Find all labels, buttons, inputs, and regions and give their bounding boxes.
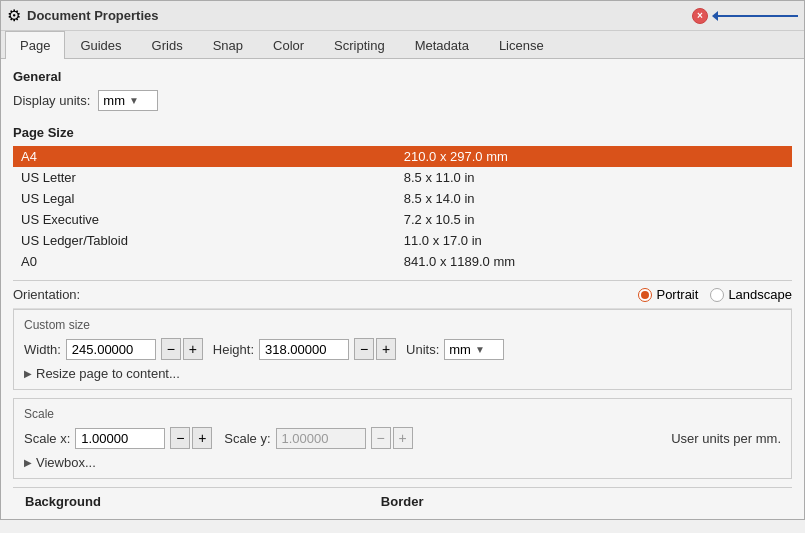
portrait-radio-dot: [641, 291, 649, 299]
scale-y-minus-button: −: [371, 427, 391, 449]
custom-size-label: Custom size: [24, 318, 781, 332]
resize-row[interactable]: ▶ Resize page to content...: [24, 366, 781, 381]
page-size-label: Page Size: [13, 125, 792, 140]
page-size-section: Page Size A4 210.0 x 297.0 mm US Letter …: [13, 125, 792, 272]
titlebar: ⚙ Document Properties ×: [1, 1, 804, 31]
display-units-value: mm: [103, 93, 125, 108]
tab-scripting[interactable]: Scripting: [319, 31, 400, 59]
landscape-radio[interactable]: [710, 288, 724, 302]
portrait-radio[interactable]: [638, 288, 652, 302]
height-stepper: − +: [354, 338, 396, 360]
units-group: Units: mm ▼: [406, 339, 504, 360]
custom-size-row: Width: − + Height: − + Units:: [24, 338, 781, 360]
orientation-label: Orientation:: [13, 287, 80, 302]
height-group: Height: − +: [213, 338, 396, 360]
page-size-row-us-executive[interactable]: US Executive 7.2 x 10.5 in: [13, 209, 792, 230]
scale-x-label: Scale x:: [24, 431, 70, 446]
viewbox-row[interactable]: ▶ Viewbox...: [24, 455, 781, 470]
bottom-row: Background Border: [13, 487, 792, 509]
page-size-row-a0[interactable]: A0 841.0 x 1189.0 mm: [13, 251, 792, 272]
page-size-name: US Executive: [13, 209, 396, 230]
width-input[interactable]: [66, 339, 156, 360]
window-title: Document Properties: [27, 8, 686, 23]
viewbox-chevron-icon: ▶: [24, 457, 32, 468]
settings-icon: ⚙: [7, 6, 21, 25]
page-size-dims: 210.0 x 297.0 mm: [396, 146, 792, 167]
general-label: General: [13, 69, 792, 84]
scale-label: Scale: [24, 407, 781, 421]
tab-snap[interactable]: Snap: [198, 31, 258, 59]
scale-row: Scale x: − + Scale y: − + User units per: [24, 427, 781, 449]
page-size-name: A0: [13, 251, 396, 272]
tab-metadata[interactable]: Metadata: [400, 31, 484, 59]
scale-y-label: Scale y:: [224, 431, 270, 446]
page-size-name: US Legal: [13, 188, 396, 209]
height-minus-button[interactable]: −: [354, 338, 374, 360]
resize-label: Resize page to content...: [36, 366, 180, 381]
tab-bar: Page Guides Grids Snap Color Scripting M…: [1, 31, 804, 59]
tab-license[interactable]: License: [484, 31, 559, 59]
landscape-label: Landscape: [728, 287, 792, 302]
page-size-name: US Letter: [13, 167, 396, 188]
page-size-name: A4: [13, 146, 396, 167]
page-size-row-us-letter[interactable]: US Letter 8.5 x 11.0 in: [13, 167, 792, 188]
scale-y-group: Scale y: − +: [224, 427, 412, 449]
document-properties-window: ⚙ Document Properties × Page Guides Grid…: [0, 0, 805, 520]
orientation-row: Orientation: Portrait Landscape: [13, 281, 792, 309]
portrait-label: Portrait: [656, 287, 698, 302]
height-label: Height:: [213, 342, 254, 357]
page-size-dims: 841.0 x 1189.0 mm: [396, 251, 792, 272]
display-units-select[interactable]: mm ▼: [98, 90, 158, 111]
scale-y-stepper: − +: [371, 427, 413, 449]
page-size-name: US Ledger/Tabloid: [13, 230, 396, 251]
page-size-row-us-legal[interactable]: US Legal 8.5 x 14.0 in: [13, 188, 792, 209]
height-input[interactable]: [259, 339, 349, 360]
page-size-dims: 7.2 x 10.5 in: [396, 209, 792, 230]
tab-guides[interactable]: Guides: [65, 31, 136, 59]
width-stepper: − +: [161, 338, 203, 360]
width-minus-button[interactable]: −: [161, 338, 181, 360]
page-size-row-us-ledger[interactable]: US Ledger/Tabloid 11.0 x 17.0 in: [13, 230, 792, 251]
custom-size-section: Custom size Width: − + Height: − +: [13, 309, 792, 390]
page-size-dims: 8.5 x 11.0 in: [396, 167, 792, 188]
arrow-indicator: [718, 15, 798, 17]
custom-units-select[interactable]: mm ▼: [444, 339, 504, 360]
units-label: Units:: [406, 342, 439, 357]
border-label: Border: [381, 494, 424, 509]
display-units-label: Display units:: [13, 93, 90, 108]
portrait-option[interactable]: Portrait: [638, 287, 698, 302]
landscape-option[interactable]: Landscape: [710, 287, 792, 302]
page-size-table: A4 210.0 x 297.0 mm US Letter 8.5 x 11.0…: [13, 146, 792, 272]
scale-section: Scale Scale x: − + Scale y: − +: [13, 398, 792, 479]
page-size-row-a4[interactable]: A4 210.0 x 297.0 mm: [13, 146, 792, 167]
scale-x-input[interactable]: [75, 428, 165, 449]
resize-chevron-icon: ▶: [24, 368, 32, 379]
scale-x-minus-button[interactable]: −: [170, 427, 190, 449]
scale-y-input: [276, 428, 366, 449]
page-size-dims: 8.5 x 14.0 in: [396, 188, 792, 209]
display-units-row: Display units: mm ▼: [13, 90, 792, 111]
scale-x-plus-button[interactable]: +: [192, 427, 212, 449]
background-label: Background: [25, 494, 101, 509]
width-label: Width:: [24, 342, 61, 357]
user-units-label: User units per mm.: [671, 431, 781, 446]
width-group: Width: − +: [24, 338, 203, 360]
scale-y-plus-button: +: [393, 427, 413, 449]
orientation-options: Portrait Landscape: [638, 287, 792, 302]
tab-color[interactable]: Color: [258, 31, 319, 59]
display-units-arrow: ▼: [129, 95, 139, 106]
custom-units-value: mm: [449, 342, 471, 357]
tab-grids[interactable]: Grids: [137, 31, 198, 59]
viewbox-label: Viewbox...: [36, 455, 96, 470]
height-plus-button[interactable]: +: [376, 338, 396, 360]
page-size-dims: 11.0 x 17.0 in: [396, 230, 792, 251]
scale-x-group: Scale x: − +: [24, 427, 212, 449]
tab-page[interactable]: Page: [5, 31, 65, 59]
close-button[interactable]: ×: [692, 8, 708, 24]
custom-units-arrow: ▼: [475, 344, 485, 355]
scale-x-stepper: − +: [170, 427, 212, 449]
width-plus-button[interactable]: +: [183, 338, 203, 360]
page-content: General Display units: mm ▼ Page Size A4…: [1, 59, 804, 519]
